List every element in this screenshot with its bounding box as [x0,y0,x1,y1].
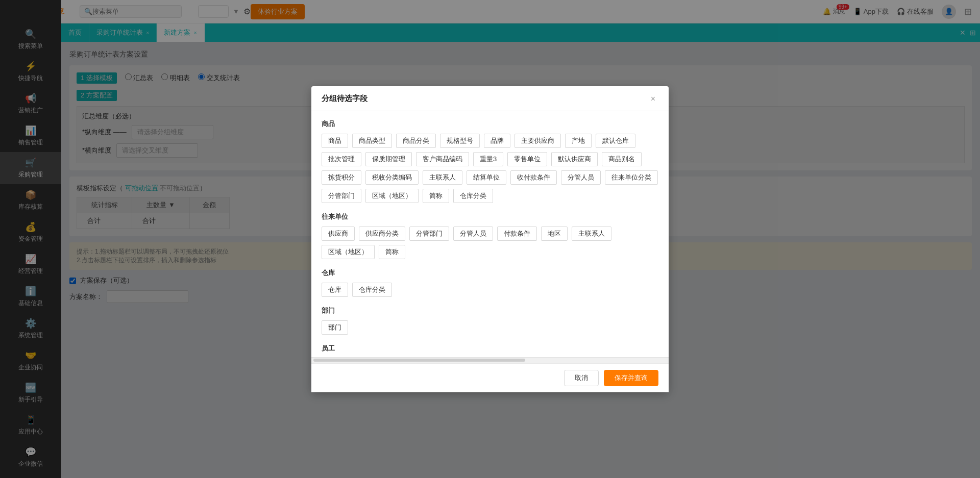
section-partner-title: 往来单位 [322,212,658,221]
field-settlement-unit[interactable]: 结算单位 [467,170,506,185]
field-mgmt-person[interactable]: 分管人员 [453,227,493,241]
partner-fields: 供应商 供应商分类 分管部门 分管人员 付款条件 地区 主联系人 区域（地区） … [322,227,658,259]
field-pick-points[interactable]: 拣货积分 [322,170,361,185]
field-warehouse-cat[interactable]: 仓库分类 [453,189,493,203]
field-spec-type[interactable]: 规格型号 [440,134,480,148]
confirm-button[interactable]: 保存并查询 [604,370,658,386]
section-dept-title: 部门 [322,306,658,315]
field-default-supplier[interactable]: 默认供应商 [551,152,598,166]
dept-fields: 部门 [322,320,658,335]
section-warehouse: 仓库 仓库 仓库分类 [322,268,658,297]
section-warehouse-title: 仓库 [322,268,658,278]
field-default-warehouse[interactable]: 默认仓库 [596,134,635,148]
field-department[interactable]: 部门 [322,320,348,335]
field-customer-code[interactable]: 客户商品编码 [416,152,469,166]
field-goods-name[interactable]: 商品 [322,134,348,148]
field-origin[interactable]: 产地 [565,134,592,148]
field-supplier-category[interactable]: 供应商分类 [359,227,405,241]
field-dept-mgmt-goods[interactable]: 分管部门 [322,189,361,203]
field-expiry-mgmt[interactable]: 保质期管理 [365,152,412,166]
cancel-button[interactable]: 取消 [564,370,599,386]
warehouse-fields: 仓库 仓库分类 [322,283,658,297]
modal-close-btn[interactable]: × [648,93,658,105]
goods-fields: 商品 商品类型 商品分类 规格型号 品牌 主要供应商 产地 默认仓库 批次管理 … [322,134,658,203]
modal-horizontal-scrollbar[interactable] [311,357,669,363]
section-goods-title: 商品 [322,119,658,129]
field-short-name[interactable]: 简称 [423,189,449,203]
section-partner: 往来单位 供应商 供应商分类 分管部门 分管人员 付款条件 地区 主联系人 区域… [322,212,658,259]
field-brand[interactable]: 品牌 [484,134,510,148]
field-main-contact2[interactable]: 主联系人 [572,227,611,241]
field-pay-terms[interactable]: 付款条件 [497,227,537,241]
field-mgmt-dept[interactable]: 分管部门 [409,227,449,241]
field-goods-category[interactable]: 商品分类 [396,134,436,148]
field-goods-alias[interactable]: 商品别名 [602,152,642,166]
hscroll-thumb [313,359,525,362]
field-weight3[interactable]: 重量3 [473,152,503,166]
modal-header: 分组待选字段 × [311,86,669,111]
field-short-name2[interactable]: 简称 [379,245,405,259]
section-employee: 员工 业务员 [322,344,658,357]
field-main-contact[interactable]: 主联系人 [423,170,462,185]
field-region-partner[interactable]: 地区 [541,227,568,241]
field-wh[interactable]: 仓库 [322,283,348,297]
modal-overlay: 分组待选字段 × 商品 商品 商品类型 商品分类 规格型号 品牌 主要供应商 产… [0,0,980,478]
field-supplier[interactable]: 供应商 [322,227,355,241]
field-goods-type[interactable]: 商品类型 [352,134,392,148]
field-batch-mgmt[interactable]: 批次管理 [322,152,361,166]
field-payment-terms[interactable]: 收付款条件 [510,170,557,185]
field-main-supplier[interactable]: 主要供应商 [514,134,561,148]
field-supervisor[interactable]: 分管人员 [561,170,601,185]
section-goods: 商品 商品 商品类型 商品分类 规格型号 品牌 主要供应商 产地 默认仓库 批次… [322,119,658,203]
field-wh-category[interactable]: 仓库分类 [352,283,392,297]
section-employee-title: 员工 [322,344,658,353]
field-region-goods[interactable]: 区域（地区） [365,189,419,203]
section-dept: 部门 部门 [322,306,658,335]
field-tax-code[interactable]: 税收分类编码 [365,170,419,185]
modal-title: 分组待选字段 [322,94,368,104]
modal-dialog: 分组待选字段 × 商品 商品 商品类型 商品分类 规格型号 品牌 主要供应商 产… [311,86,669,392]
modal-footer: 取消 保存并查询 [311,363,669,392]
field-src-unit-cat[interactable]: 往来单位分类 [605,170,658,185]
modal-body: 商品 商品 商品类型 商品分类 规格型号 品牌 主要供应商 产地 默认仓库 批次… [311,111,669,357]
field-region-partner2[interactable]: 区域（地区） [322,245,375,259]
field-retail-unit[interactable]: 零售单位 [507,152,547,166]
